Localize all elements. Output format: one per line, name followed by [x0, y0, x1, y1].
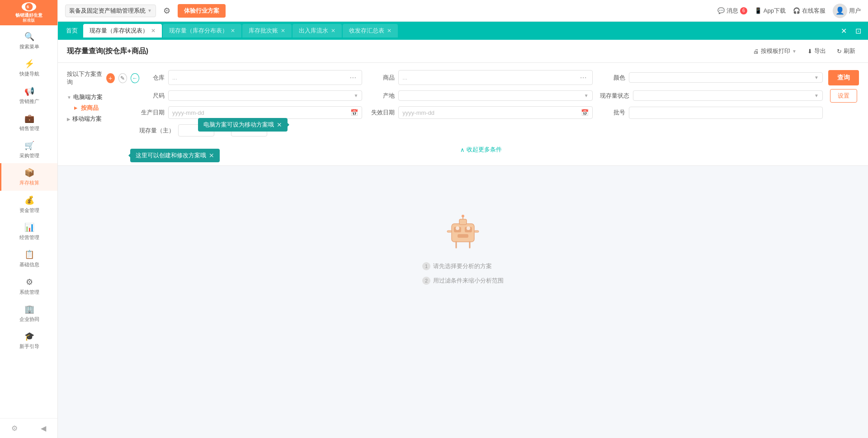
sidebar-item-guide[interactable]: 🎓 新手引导 [0, 327, 57, 354]
svg-rect-5 [458, 234, 468, 238]
tab-summary[interactable]: 收发存汇总表 ✕ [343, 24, 398, 38]
schema-mobile[interactable]: ▶ 移动端方案 [67, 113, 139, 124]
system-title-select[interactable]: 装备及固定资产辅助管理系统 ▼ [65, 5, 156, 17]
app-download-action[interactable]: 📱 App下载 [755, 7, 786, 15]
online-support-action[interactable]: 🎧 在线客服 [793, 7, 826, 15]
schema-tree: ▼ 电脑端方案 ▸ 按商品 ▶ 移动端方案 [67, 92, 139, 124]
svg-point-6 [456, 226, 459, 230]
add-scheme-btn[interactable]: + [106, 73, 115, 83]
size-select[interactable]: ▼ [168, 90, 362, 101]
svg-point-7 [467, 226, 470, 230]
tab-home[interactable]: 首页 [61, 24, 82, 38]
tab-close-inventory-dist[interactable]: ✕ [231, 28, 235, 34]
stock-status-select[interactable]: ▼ [633, 90, 823, 101]
query-label: 按以下方案查询 [67, 70, 103, 86]
logo-icon: 6 [22, 2, 36, 11]
sidebar-item-quicknav[interactable]: ⚡ 快捷导航 [0, 54, 57, 81]
sidebar-item-enterprise[interactable]: 🏢 企业协同 [0, 300, 57, 327]
tooltip1-close[interactable]: ✕ [277, 121, 282, 128]
goods-select[interactable]: ... ··· [398, 70, 592, 85]
sidebar-item-sales[interactable]: 💼 销售管理 [0, 109, 57, 136]
filter-color: 颜色 ▼ [600, 72, 823, 83]
expand-mobile-icon: ▶ [67, 117, 71, 122]
warehouse-dots[interactable]: ··· [348, 73, 358, 82]
color-select[interactable]: ▼ [629, 72, 823, 83]
tab-close-inventory-status[interactable]: ✕ [151, 28, 156, 34]
sidebar-item-base[interactable]: 📋 基础信息 [0, 245, 57, 272]
sidebar-item-purchase[interactable]: 🛒 采购管理 [0, 136, 57, 163]
sidebar-item-inventory[interactable]: 📦 库存核算 [0, 163, 57, 190]
goods-dots[interactable]: ··· [578, 73, 589, 82]
headset-icon: 🎧 [793, 7, 800, 14]
stock-status-label: 现存量状态 [600, 92, 629, 100]
sidebar-item-operation[interactable]: 📊 经营管理 [0, 218, 57, 245]
user-action[interactable]: 👤 用户 [833, 4, 861, 18]
tab-batch[interactable]: 库存批次账 ✕ [242, 24, 292, 38]
filter-origin: 产地 ▼ [369, 90, 592, 101]
print-action[interactable]: 🖨 按模板打印 ▼ [750, 45, 800, 57]
marketing-icon: 📢 [24, 86, 34, 96]
tooltip-desktop-scheme: 电脑方案可设为移动方案哦 ✕ [198, 118, 288, 132]
warehouse-select[interactable]: ... ··· [168, 70, 362, 85]
collapse-conditions-btn[interactable]: ∧ 收起更多条件 [139, 141, 823, 158]
system-settings-btn[interactable]: ⚙ [160, 4, 174, 18]
system-name: 装备及固定资产辅助管理系统 [69, 7, 146, 15]
tooltip1-text: 电脑方案可设为移动方案哦 [203, 121, 274, 129]
tab-close-inout[interactable]: ✕ [331, 28, 335, 34]
sidebar-item-finance[interactable]: 💰 资金管理 [0, 191, 57, 218]
search-icon: 🔍 [24, 32, 34, 42]
back-scheme-btn[interactable]: ← [131, 73, 139, 83]
message-badge: 6 [740, 7, 747, 14]
quicknav-icon: ⚡ [24, 59, 34, 69]
tab-inout[interactable]: 出入库流水 ✕ [292, 24, 342, 38]
edit-scheme-btn[interactable]: ✎ [118, 73, 127, 83]
main-area: 装备及固定资产辅助管理系统 ▼ ⚙ 体验行业方案 💬 消息 6 📱 App下载 … [58, 0, 868, 438]
sidebar-item-marketing[interactable]: 📢 营销推广 [0, 82, 57, 109]
phone-icon: 📱 [755, 7, 762, 14]
settings-button[interactable]: 设置 [830, 89, 857, 103]
sidebar-item-search[interactable]: 🔍 搜索菜单 [0, 27, 57, 54]
sidebar-item-system[interactable]: ⚙ 系统管理 [0, 273, 57, 300]
search-button[interactable]: 查询 [828, 70, 859, 85]
base-icon: 📋 [24, 250, 34, 259]
sidebar-collapse-btn[interactable]: ◀ [39, 422, 48, 434]
search-btn-group: 查询 设置 [828, 70, 859, 158]
page-header: 现存量查询(按仓库+商品) 🖨 按模板打印 ▼ ⬇ 导出 ↻ 刷新 [58, 40, 868, 63]
experience-button[interactable]: 体验行业方案 [178, 4, 226, 18]
filter-expiry-date: 失效日期 yyyy-mm-dd 📅 [369, 106, 592, 119]
tab-restore[interactable]: ⊡ [852, 24, 864, 37]
schema-desktop[interactable]: ▼ 电脑端方案 [67, 92, 139, 103]
tooltip2-close[interactable]: ✕ [209, 152, 214, 159]
tab-bar-actions: ✕ ⊡ [837, 24, 864, 37]
tab-close-batch[interactable]: ✕ [281, 28, 285, 34]
app-logo: 6 畅销通好生意 标准版 [0, 0, 57, 25]
step1-num: 1 [422, 262, 430, 270]
production-date-input[interactable]: yyyy-mm-dd 📅 [168, 106, 362, 119]
expiry-date-label: 失效日期 [369, 108, 395, 117]
message-action[interactable]: 💬 消息 6 [717, 7, 747, 15]
tab-close-summary[interactable]: ✕ [387, 28, 392, 34]
production-date-icon: 📅 [350, 109, 358, 116]
printer-icon: 🖨 [753, 48, 759, 55]
schema-by-goods[interactable]: ▸ 按商品 [67, 103, 139, 113]
avatar: 👤 [833, 4, 847, 18]
color-label: 颜色 [600, 74, 625, 82]
app-name: 畅销通好生意 标准版 [15, 12, 42, 24]
filter-warehouse: 仓库 ... ··· [139, 70, 362, 85]
sidebar-settings-btn[interactable]: ⚙ [9, 422, 19, 434]
stock-status-dropdown-icon: ▼ [814, 93, 819, 98]
svg-rect-11 [447, 231, 452, 232]
refresh-action[interactable]: ↻ 刷新 [833, 45, 859, 57]
svg-rect-8 [459, 219, 467, 225]
batch-input[interactable] [629, 107, 823, 119]
expiry-date-input[interactable]: yyyy-mm-dd 📅 [398, 106, 592, 119]
dropdown-icon: ▼ [147, 8, 152, 13]
purchase-icon: 🛒 [24, 141, 34, 151]
tab-close-all[interactable]: ✕ [837, 24, 850, 37]
export-action[interactable]: ⬇ 导出 [804, 45, 830, 57]
empty-illustration [440, 208, 486, 253]
expiry-date-icon: 📅 [581, 109, 589, 116]
origin-select[interactable]: ▼ [398, 90, 592, 101]
tab-inventory-status[interactable]: 现存量（库存状况表） ✕ [83, 24, 162, 38]
tab-inventory-dist[interactable]: 现存量（库存分布表） ✕ [163, 24, 241, 38]
